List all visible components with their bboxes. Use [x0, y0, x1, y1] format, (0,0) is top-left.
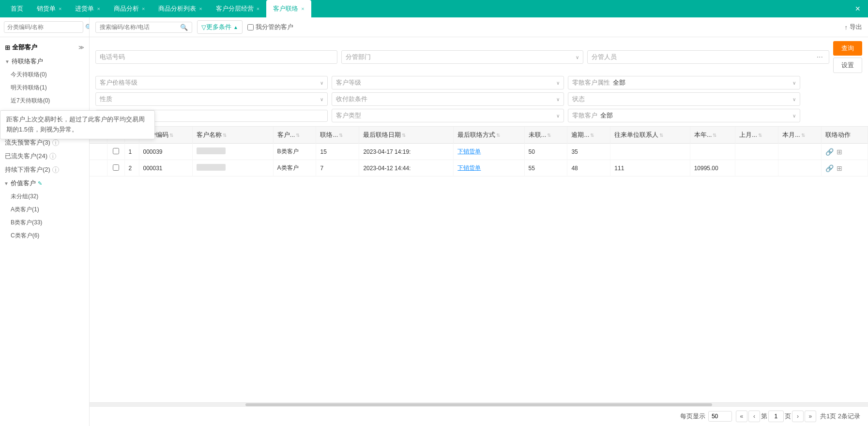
- row2-overdue: 48: [567, 160, 610, 176]
- th-last-month-sort[interactable]: ⇅: [758, 132, 762, 138]
- export-btn[interactable]: ↑ 导出: [845, 23, 863, 31]
- th-last-date[interactable]: 最后联络日期 ⇅: [359, 127, 454, 144]
- row1-select-checkbox[interactable]: [113, 148, 119, 154]
- payment-field[interactable]: 收付款条件 ∨: [332, 92, 564, 106]
- sidebar-collapse-btn[interactable]: ≫: [78, 44, 84, 51]
- nav-customer-tier[interactable]: 客户分层经营 ×: [209, 0, 266, 17]
- already-lost[interactable]: 已流失客户(24) i: [0, 149, 89, 163]
- th-this-month-sort[interactable]: ⇅: [801, 132, 805, 138]
- week-pending[interactable]: 近7天待联络(0): [0, 94, 89, 107]
- continuous-decline[interactable]: 持续下滑客户(2) i: [0, 163, 89, 176]
- th-last-month[interactable]: 上月... ⇅: [735, 127, 778, 144]
- th-contact[interactable]: 联络... ⇅: [316, 127, 359, 144]
- current-page-input[interactable]: [768, 411, 784, 422]
- nav-home[interactable]: 首页: [4, 0, 30, 17]
- th-this-year-sort[interactable]: ⇅: [713, 132, 716, 138]
- th-code-sort[interactable]: ⇅: [169, 132, 173, 138]
- manager-field[interactable]: 分管人员 ···: [587, 50, 829, 64]
- per-page-select[interactable]: 50 20 100 200: [708, 411, 732, 422]
- row1-grid-icon[interactable]: ⊞: [837, 148, 842, 156]
- customer-search-input[interactable]: [100, 24, 180, 30]
- retail-customer-field[interactable]: 零散客户 全部 ∨: [568, 109, 800, 122]
- nav-product-list[interactable]: 商品分析列表 ×: [152, 0, 209, 17]
- status-field[interactable]: 状态 ∨: [568, 92, 800, 106]
- th-overdue-sort[interactable]: ⇅: [590, 132, 594, 138]
- th-type-label: 客户...: [277, 131, 295, 139]
- ungroup[interactable]: 未分组(32): [0, 190, 89, 203]
- export-label: 导出: [850, 23, 862, 31]
- next-page-btn[interactable]: ›: [792, 411, 804, 422]
- th-this-month[interactable]: 本月... ⇅: [778, 127, 821, 144]
- customer-grade-field[interactable]: 客户等级 ∨: [332, 76, 564, 89]
- nav-purchase[interactable]: 进货单 ×: [68, 0, 107, 17]
- dept-field[interactable]: 分管部门 ∨: [341, 50, 583, 64]
- tree-root-all-customers[interactable]: ⊞ 全部客户 ≫: [0, 40, 89, 55]
- my-customer-checkbox[interactable]: [247, 24, 254, 30]
- class-b[interactable]: B类客户(33): [0, 216, 89, 229]
- category-search-icon[interactable]: 🔍: [85, 24, 90, 31]
- nav-product-list-close[interactable]: ×: [199, 6, 202, 12]
- customer-type-field[interactable]: 客户类型 ∨: [332, 109, 564, 122]
- th-contact-sort[interactable]: ⇅: [339, 132, 343, 138]
- category-search-input[interactable]: [4, 21, 83, 33]
- th-not-contact[interactable]: 未联... ⇅: [524, 127, 567, 144]
- gender-field[interactable]: 性质 ∨: [95, 92, 328, 106]
- th-type[interactable]: 客户... ⇅: [273, 127, 316, 144]
- class-a[interactable]: A类客户(1): [0, 203, 89, 216]
- th-overdue[interactable]: 逾期... ⇅: [567, 127, 610, 144]
- today-pending[interactable]: 今天待联络(0): [0, 68, 89, 81]
- th-type-sort[interactable]: ⇅: [296, 132, 300, 138]
- pending-contact-title[interactable]: ▼ 待联络客户: [0, 55, 89, 68]
- already-lost-info-icon[interactable]: i: [49, 153, 56, 160]
- row1-link-icon[interactable]: 🔗: [825, 148, 834, 156]
- query-button[interactable]: 查询: [833, 41, 862, 56]
- nav-product-analysis-close[interactable]: ×: [142, 6, 145, 12]
- horizontal-scrollbar[interactable]: [90, 402, 868, 406]
- nav-sales[interactable]: 销货单 ×: [30, 0, 68, 17]
- nav-purchase-close[interactable]: ×: [97, 6, 100, 12]
- scrollbar-thumb[interactable]: [245, 403, 713, 406]
- retail-attr-field[interactable]: 零散客户属性 全部 ∨: [568, 76, 800, 89]
- price-grade-field[interactable]: 客户价格等级 ∨: [95, 76, 328, 89]
- nav-customer-contact[interactable]: 客户联络 ×: [266, 0, 311, 17]
- th-last-date-label: 最后联络日期: [363, 131, 401, 139]
- row2-name: [192, 160, 273, 176]
- row2-select-checkbox[interactable]: [113, 164, 119, 171]
- row2-last-way[interactable]: 下销货单: [454, 160, 524, 176]
- row2-link-icon[interactable]: 🔗: [825, 164, 834, 172]
- th-last-way[interactable]: 最后联络方式 ⇅: [454, 127, 524, 144]
- customer-type-arrow: ∨: [556, 113, 560, 118]
- more-conditions-btn[interactable]: ▽ 更多条件 ▲: [197, 20, 243, 34]
- row2-checkbox[interactable]: [107, 160, 124, 176]
- nav-customer-contact-label: 客户联络: [273, 4, 298, 13]
- th-name[interactable]: 客户名称 ⇅: [192, 127, 273, 144]
- tomorrow-pending[interactable]: 明天待联络(1): [0, 81, 89, 94]
- row1-checkbox[interactable]: [107, 144, 124, 160]
- value-customer-section[interactable]: ▼ 价值客户 ✎: [0, 176, 89, 190]
- th-name-sort[interactable]: ⇅: [223, 132, 227, 138]
- th-unit-contacts-sort[interactable]: ⇅: [659, 132, 663, 138]
- set-button[interactable]: 设置: [833, 58, 862, 73]
- first-page-btn[interactable]: «: [736, 411, 747, 422]
- value-section-edit-icon[interactable]: ✎: [38, 180, 42, 187]
- nav-customer-tier-close[interactable]: ×: [257, 6, 259, 12]
- window-close-button[interactable]: ×: [851, 4, 864, 14]
- phone-field[interactable]: 电话号码: [95, 50, 337, 64]
- th-unit-contacts[interactable]: 往来单位联系人 ⇅: [610, 127, 690, 144]
- class-c[interactable]: C类客户(6): [0, 229, 89, 242]
- th-not-contact-sort[interactable]: ⇅: [547, 132, 551, 138]
- row2-grid-icon[interactable]: ⊞: [837, 164, 842, 172]
- nav-sales-close[interactable]: ×: [59, 6, 61, 12]
- manager-dots[interactable]: ···: [815, 53, 825, 61]
- row1-last-way[interactable]: 下销货单: [454, 144, 524, 160]
- th-last-way-sort[interactable]: ⇅: [496, 132, 500, 138]
- continuous-decline-info-icon[interactable]: i: [52, 166, 59, 173]
- nav-product-analysis[interactable]: 商品分析 ×: [107, 0, 152, 17]
- th-this-year[interactable]: 本年... ⇅: [690, 127, 735, 144]
- th-last-date-sort[interactable]: ⇅: [402, 132, 406, 138]
- nav-customer-contact-close[interactable]: ×: [301, 6, 304, 12]
- customer-search-icon[interactable]: 🔍: [180, 24, 188, 31]
- loss-warning-info-icon[interactable]: i: [52, 139, 59, 146]
- last-page-btn[interactable]: »: [805, 411, 816, 422]
- prev-page-btn[interactable]: ‹: [748, 411, 760, 422]
